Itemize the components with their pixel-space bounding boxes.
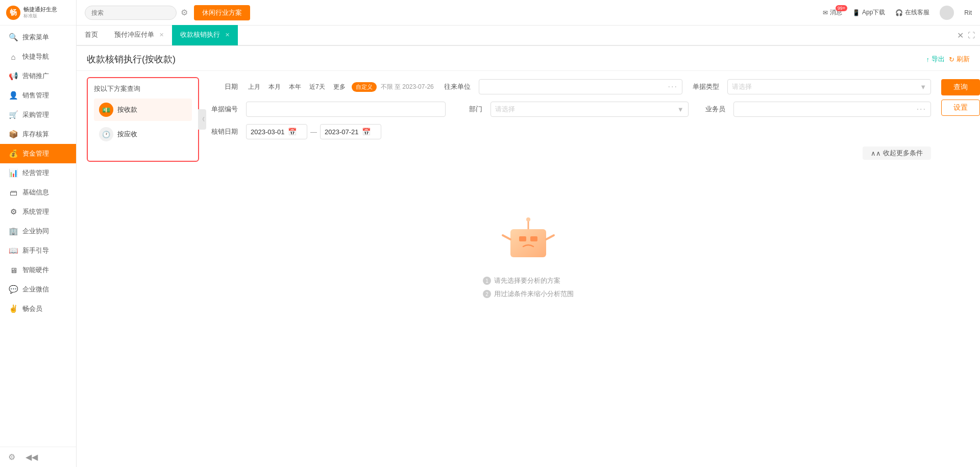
sidebar-item-inventory[interactable]: 📦 库存核算: [0, 125, 76, 144]
date-tab-this-year[interactable]: 本年: [287, 82, 303, 92]
query-button[interactable]: 查询: [941, 79, 980, 95]
sidebar-item-quick-nav[interactable]: ⌂ 快捷导航: [0, 47, 76, 66]
refresh-button[interactable]: ↻ 刷新: [949, 55, 970, 64]
collapse-sidebar-icon[interactable]: ◀◀: [26, 452, 38, 462]
empty-state: 1 请先选择要分析的方案 2 用过滤条件来缩小分析范围: [77, 168, 980, 339]
collapse-more-area: ∧∧ 收起更多条件: [209, 146, 931, 160]
writeoff-date-end-input[interactable]: 2023-07-21 📅: [320, 124, 381, 139]
sidebar-item-label: 营销推广: [22, 71, 49, 81]
header-search-input[interactable]: [85, 6, 177, 20]
date-tab-more[interactable]: 更多: [331, 82, 348, 92]
counterpart-input[interactable]: [483, 80, 668, 94]
empty-illustration: [498, 209, 559, 270]
setting-button[interactable]: 设置: [941, 100, 980, 116]
main-wrap: ⚙ 休闲行业方案 ✉ 消息 99+ 📱 App下载 🎧 在线客服 Rit 首页: [77, 0, 980, 467]
page-inner: 收款核销执行(按收款) ↑ 导出 ↻ 刷新 按以下方案查询: [77, 46, 980, 467]
doc-no-input[interactable]: [246, 102, 446, 117]
sidebar-item-search[interactable]: 🔍 搜索菜单: [0, 28, 76, 47]
counterpart-label: 往来单位: [442, 82, 471, 91]
empty-hint-box: 1 请先选择要分析的方案 2 用过滤条件来缩小分析范围: [483, 276, 574, 299]
sidebar-item-label: 搜索菜单: [22, 33, 49, 42]
gear-icon[interactable]: ⚙: [181, 8, 188, 17]
sidebar-logo: 畅 畅捷通好生意 标准版: [0, 0, 76, 26]
calendar-end-icon[interactable]: 📅: [362, 128, 371, 136]
sidebar-item-label: 企业协同: [22, 227, 49, 236]
tab-home[interactable]: 首页: [77, 25, 106, 45]
headset-icon: 🎧: [895, 9, 903, 16]
date-tab-custom[interactable]: 自定义: [352, 82, 377, 92]
date-tab-this-month[interactable]: 本月: [266, 82, 283, 92]
tab-home-label: 首页: [85, 30, 98, 39]
sidebar-item-label: 基础信息: [22, 188, 49, 197]
solution-button[interactable]: 休闲行业方案: [194, 5, 250, 20]
staff-input[interactable]: [738, 102, 917, 116]
search-icon: 🔍: [8, 33, 18, 42]
inventory-icon: 📦: [8, 130, 18, 139]
sidebar-item-label: 销售管理: [22, 91, 49, 100]
logo-text-area: 畅捷通好生意 标准版: [23, 6, 57, 19]
refresh-label: 刷新: [957, 55, 970, 64]
tab-receipt-writeoff-label: 收款核销执行: [180, 30, 220, 39]
wechat-icon: 💬: [8, 285, 18, 294]
dept-chevron-down-icon: ▼: [677, 106, 684, 113]
export-button[interactable]: ↑ 导出: [926, 55, 945, 64]
app-label: App下载: [862, 8, 885, 17]
staff-dots-icon[interactable]: ···: [917, 105, 926, 114]
sidebar-item-label: 企业微信: [22, 285, 49, 294]
message-icon: ✉: [823, 9, 828, 16]
user-avatar: [940, 6, 954, 20]
sidebar-item-operations[interactable]: 📊 经营管理: [0, 163, 76, 183]
filter-row-docno: 单据编号 部门 请选择 ▼ 业务员 ···: [209, 102, 931, 117]
sidebar-item-label: 库存核算: [22, 130, 49, 139]
page-title: 收款核销执行(按收款): [87, 53, 176, 65]
sidebar-item-hardware[interactable]: 🖥 智能硬件: [0, 260, 76, 280]
app-download-button[interactable]: 📱 App下载: [852, 8, 885, 17]
funds-icon: 💰: [8, 149, 18, 158]
filter-option-receivable-icon: 🕐: [99, 127, 113, 141]
message-button[interactable]: ✉ 消息 99+: [823, 8, 842, 17]
filter-row-writeoff-date: 核销日期 2023-03-01 📅 — 2023-07-21 📅: [209, 124, 931, 139]
sidebar-item-purchase[interactable]: 🛒 采购管理: [0, 105, 76, 125]
hint-num-1: 1: [483, 277, 491, 285]
sidebar-item-wechat[interactable]: 💬 企业微信: [0, 280, 76, 299]
sidebar-item-label: 快捷导航: [22, 52, 49, 61]
svg-rect-1: [519, 236, 526, 241]
sidebar-item-marketing[interactable]: 📢 营销推广: [0, 66, 76, 86]
collapse-more-button[interactable]: ∧∧ 收起更多条件: [863, 146, 931, 160]
collapse-left-panel-icon[interactable]: 《: [198, 109, 206, 130]
filter-option-by-receipt[interactable]: 💵 按收款: [94, 99, 192, 121]
dept-label: 部门: [454, 105, 482, 114]
tab-receipt-writeoff[interactable]: 收款核销执行 ✕: [172, 25, 238, 45]
sidebar-item-guide[interactable]: 📖 新手引导: [0, 241, 76, 260]
sidebar-item-funds[interactable]: 💰 资金管理: [0, 144, 76, 163]
date-unlimited-text: 不限 至 2023-07-26: [381, 83, 434, 91]
member-icon: ✌: [8, 304, 18, 313]
close-window-icon[interactable]: ✕: [957, 31, 964, 40]
tab-prepay[interactable]: 预付冲应付单 ✕: [106, 25, 172, 45]
filter-option-receipt-icon: 💵: [99, 103, 113, 117]
date-tab-last-month[interactable]: 上月: [246, 82, 262, 92]
sidebar-item-system[interactable]: ⚙ 系统管理: [0, 202, 76, 222]
filter-option-by-receivable[interactable]: 🕐 按应收: [94, 123, 192, 145]
date-tab-7days[interactable]: 近7天: [307, 82, 327, 92]
filter-right-form: 日期 上月 本月 本年 近7天 更多 自定义 不限 至 2023-07-26 往…: [199, 71, 941, 168]
tab-prepay-close-icon[interactable]: ✕: [159, 32, 164, 38]
calendar-start-icon[interactable]: 📅: [288, 128, 297, 136]
message-badge: 99+: [836, 5, 847, 11]
counterpart-dots-icon[interactable]: ···: [668, 82, 678, 91]
expand-icon[interactable]: ⛶: [968, 31, 975, 39]
sidebar-menu: 🔍 搜索菜单 ⌂ 快捷导航 📢 营销推广 👤 销售管理 🛒 采购管理 📦 库存核…: [0, 26, 76, 447]
chevron-up-icon: ∧∧: [871, 150, 881, 157]
sidebar-item-sales[interactable]: 👤 销售管理: [0, 86, 76, 105]
writeoff-date-label: 核销日期: [209, 127, 238, 136]
settings-bottom-icon[interactable]: ⚙: [8, 452, 15, 462]
sidebar-item-member[interactable]: ✌ 畅会员: [0, 299, 76, 318]
svg-line-5: [503, 235, 510, 239]
sidebar-item-base[interactable]: 🗃 基础信息: [0, 183, 76, 202]
online-service-button[interactable]: 🎧 在线客服: [895, 8, 929, 17]
tab-receipt-writeoff-close-icon[interactable]: ✕: [225, 32, 230, 38]
writeoff-date-group: 2023-03-01 📅 — 2023-07-21 📅: [246, 124, 381, 139]
export-label: 导出: [932, 55, 945, 64]
writeoff-date-start-input[interactable]: 2023-03-01 📅: [246, 124, 307, 139]
sidebar-item-enterprise[interactable]: 🏢 企业协同: [0, 222, 76, 241]
